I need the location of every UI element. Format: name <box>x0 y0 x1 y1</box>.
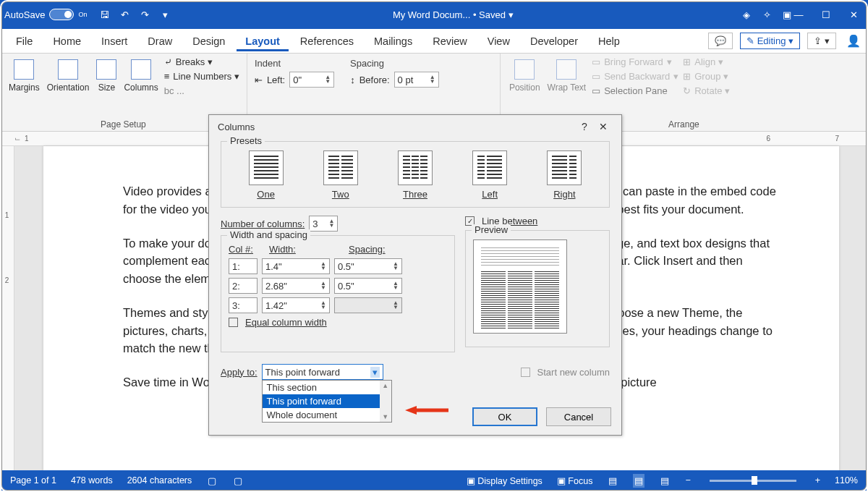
tab-layout[interactable]: Layout <box>237 31 289 51</box>
width-label: Width: <box>269 244 334 255</box>
option-whole-document[interactable]: Whole document <box>263 408 391 422</box>
start-new-column-checkbox[interactable] <box>521 368 530 377</box>
columns-label: Columns <box>124 82 158 93</box>
orientation-button[interactable]: Orientation <box>46 56 91 96</box>
wand-icon[interactable]: ✧ <box>761 9 773 20</box>
col3-width[interactable]: 1.42"▲▼ <box>262 297 330 313</box>
preset-one[interactable]: One <box>249 150 284 200</box>
display-settings[interactable]: ▣ Display Settings <box>467 475 542 486</box>
page-setup-more: ⤶ Breaks ▾ ≡ Line Numbers ▾ bc ... <box>164 56 239 96</box>
wrap-text-button[interactable]: Wrap Text <box>546 56 588 96</box>
col2-width[interactable]: 2.68"▲▼ <box>262 278 330 294</box>
tab-help[interactable]: Help <box>590 31 629 51</box>
group-button[interactable]: ⊞ Group ▾ <box>683 71 730 82</box>
spacing-header: Spacing <box>350 58 384 69</box>
col1-width[interactable]: 1.4"▲▼ <box>262 258 330 274</box>
tab-design[interactable]: Design <box>184 31 234 51</box>
width-spacing-group: Width and spacing Col #: Width: Spacing:… <box>221 235 455 352</box>
numcols-field[interactable]: 3▲▼ <box>309 216 338 232</box>
undo-icon[interactable]: ↶ <box>119 9 130 20</box>
maximize-icon[interactable]: ☐ <box>820 9 832 20</box>
line-numbers-button[interactable]: ≡ Line Numbers ▾ <box>164 71 239 82</box>
word-count[interactable]: 478 words <box>71 475 113 485</box>
apply-to-combo[interactable]: This point forward▾ This section This po… <box>262 364 383 380</box>
equal-width-checkbox[interactable] <box>229 318 238 327</box>
align-button[interactable]: ⊞ Align ▾ <box>683 56 730 67</box>
accessibility-icon[interactable]: ▢ <box>232 475 244 486</box>
ribbon-mode-icon[interactable]: ▣ <box>781 9 793 20</box>
comments-button[interactable]: 💬 <box>708 33 733 49</box>
position-button[interactable]: Position <box>508 56 542 96</box>
tab-home[interactable]: Home <box>44 31 90 51</box>
option-this-point-forward[interactable]: This point forward <box>263 394 391 408</box>
send-backward-button[interactable]: ▭ Send Backward ▾ <box>592 71 678 82</box>
preset-three[interactable]: Three <box>398 150 433 200</box>
cancel-button[interactable]: Cancel <box>546 407 611 426</box>
col1-spacing[interactable]: 0.5"▲▼ <box>334 258 402 274</box>
diamond-icon[interactable]: ◈ <box>741 9 752 20</box>
tab-insert[interactable]: Insert <box>93 31 136 51</box>
col3-spacing: ▲▼ <box>334 297 402 313</box>
tab-file[interactable]: File <box>7 31 41 51</box>
print-layout-icon[interactable]: ▤ <box>633 474 644 488</box>
size-button[interactable]: Size <box>95 56 118 96</box>
page-indicator[interactable]: Page 1 of 1 <box>10 475 56 485</box>
selection-pane-button[interactable]: ▭ Selection Pane <box>592 85 678 96</box>
combo-scrollbar[interactable]: ▲▼ <box>380 381 391 422</box>
preview-label: Preview <box>472 224 511 235</box>
close-icon[interactable]: ✕ <box>848 9 859 20</box>
window-controls: — ☐ ✕ <box>793 9 859 20</box>
minimize-icon[interactable]: — <box>793 9 804 20</box>
preset-right[interactable]: Right <box>547 150 582 200</box>
margins-button[interactable]: Margins <box>7 56 41 96</box>
save-icon[interactable]: 🖫 <box>98 9 110 20</box>
redo-icon[interactable]: ↷ <box>139 9 150 20</box>
rotate-button[interactable]: ↻ Rotate ▾ <box>683 85 730 96</box>
equal-width-label: Equal column width <box>245 317 327 328</box>
breaks-button[interactable]: ⤶ Breaks ▾ <box>164 56 239 67</box>
zoom-slider[interactable] <box>710 480 796 482</box>
option-this-section[interactable]: This section <box>263 381 391 394</box>
dialog-titlebar: Columns ? ✕ <box>209 115 621 138</box>
web-layout-icon[interactable]: ▤ <box>659 475 671 486</box>
width-spacing-label: Width and spacing <box>227 229 310 240</box>
vertical-ruler[interactable]: 12 <box>0 146 14 479</box>
columns-button[interactable]: Columns <box>122 56 159 96</box>
qat-more-icon[interactable]: ▾ <box>159 9 171 20</box>
preset-two[interactable]: Two <box>323 150 358 200</box>
tab-mailings[interactable]: Mailings <box>365 31 421 51</box>
dialog-help-icon[interactable]: ? <box>575 121 594 132</box>
tab-developer[interactable]: Developer <box>522 31 587 51</box>
document-title[interactable]: My Word Docum... • Saved ▾ <box>171 9 735 20</box>
tab-references[interactable]: References <box>292 31 362 51</box>
col2-spacing[interactable]: 0.5"▲▼ <box>334 278 402 294</box>
char-count[interactable]: 2604 characters <box>127 475 192 485</box>
autosave[interactable]: AutoSave On <box>4 9 87 20</box>
spacing-before-field[interactable]: 0 pt▲▼ <box>394 72 439 88</box>
spell-check-icon[interactable]: ▢ <box>206 475 218 486</box>
zoom-out[interactable]: − <box>685 475 690 485</box>
share-button[interactable]: ⇪ ▾ <box>807 33 836 49</box>
ok-button[interactable]: OK <box>472 407 537 426</box>
hyphenation-button[interactable]: bc ... <box>164 85 239 96</box>
status-bar: Page 1 of 1 478 words 2604 characters ▢ … <box>1 470 867 491</box>
page-setup-label: Page Setup <box>7 119 239 130</box>
preset-left[interactable]: Left <box>472 150 507 200</box>
dialog-close-icon[interactable]: ✕ <box>594 121 613 132</box>
orientation-label: Orientation <box>47 82 90 93</box>
editing-mode-button[interactable]: ✎ Editing ▾ <box>740 33 801 49</box>
tab-view[interactable]: View <box>479 31 519 51</box>
zoom-level[interactable]: 110% <box>835 475 858 485</box>
indent-left-field[interactable]: 0"▲▼ <box>289 72 334 88</box>
tab-review[interactable]: Review <box>424 31 476 51</box>
col1-num: 1: <box>229 258 258 274</box>
col3-num: 3: <box>229 297 258 313</box>
indent-left-label: Left: <box>267 75 285 85</box>
tab-draw[interactable]: Draw <box>139 31 181 51</box>
zoom-in[interactable]: + <box>815 475 820 485</box>
autosave-toggle[interactable] <box>49 9 74 20</box>
bring-forward-button[interactable]: ▭ Bring Forward ▾ <box>592 56 678 67</box>
read-mode-icon[interactable]: ▤ <box>607 475 618 486</box>
account-icon[interactable]: 👤 <box>846 34 861 48</box>
focus-mode[interactable]: ▣ Focus <box>557 475 593 486</box>
